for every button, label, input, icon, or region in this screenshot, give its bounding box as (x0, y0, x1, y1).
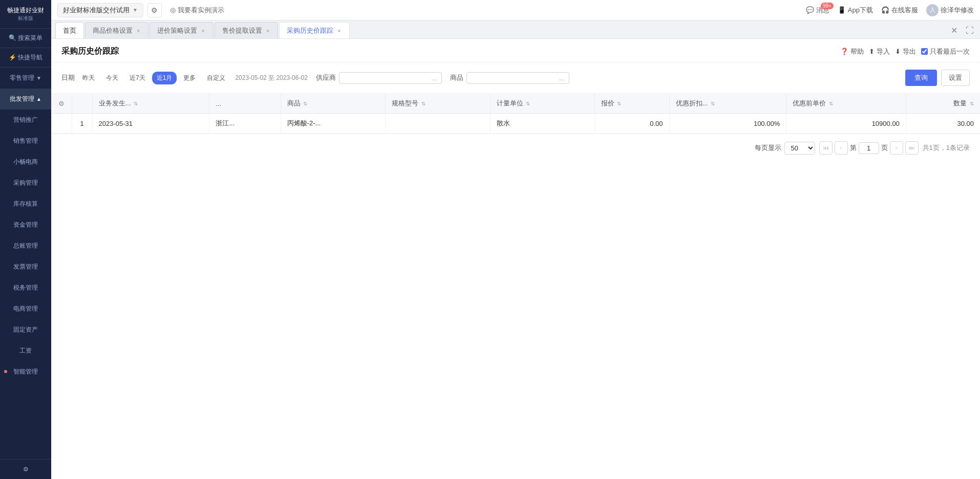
sidebar-item-wholesale[interactable]: 批发管理▲ (0, 89, 51, 110)
page-actions: ❓ 帮助 ⬆ 导入 ⬇ 导出 只看最后一次 (840, 47, 970, 56)
settings-btn[interactable]: 设置 (941, 70, 970, 86)
tab-label: 首页 (63, 26, 76, 35)
table-row[interactable]: 12023-05-31浙江...丙烯酸-2-...散水0.00100.00%10… (51, 114, 980, 134)
product-input-wrap[interactable]: ... (466, 72, 569, 84)
th-date[interactable]: 业务发生... ⇅ (92, 94, 209, 114)
th-product[interactable]: 商品 ⇅ (281, 94, 386, 114)
logo-sub: 标准版 (4, 15, 47, 22)
date-btn-last7[interactable]: 近7天 (125, 72, 150, 84)
main-content: 好业财标准版交付试用 ▼ ⚙ ◎ 我要看实例演示 💬 消息 99+ 📱 App下… (51, 0, 980, 479)
close-tab-icon[interactable]: ✕ (949, 25, 960, 36)
version-selector[interactable]: 好业财标准版交付试用 ▼ (57, 3, 143, 17)
sidebar-item-sales[interactable]: 销售管理 (0, 130, 51, 151)
page-number-input[interactable] (859, 142, 879, 154)
sidebar-item-marketing[interactable]: 营销推广 (0, 110, 51, 130)
th-spec[interactable]: 规格型号 ⇅ (386, 94, 490, 114)
sidebar-item-label: 销售管理 (13, 137, 38, 145)
demo-btn[interactable]: ◎ 我要看实例演示 (166, 4, 228, 17)
tab-close-icon[interactable]: × (136, 27, 141, 34)
tab-close-icon[interactable]: × (200, 27, 205, 34)
topbar: 好业财标准版交付试用 ▼ ⚙ ◎ 我要看实例演示 💬 消息 99+ 📱 App下… (51, 0, 980, 20)
th-price[interactable]: 报价 ⇅ (594, 94, 669, 114)
sidebar-item-inventory[interactable]: 库存核算 (0, 193, 51, 214)
next-page-btn[interactable]: › (890, 141, 903, 155)
sort-icon: ⇅ (421, 101, 425, 106)
sidebar-item-tax[interactable]: 税务管理 (0, 277, 51, 298)
sidebar-logo[interactable]: 畅捷通好业财 标准版 (0, 0, 51, 29)
sort-icon: ⇅ (617, 101, 621, 106)
sidebar-item-label: 零售管理 (10, 74, 34, 82)
supplier-input-wrap[interactable]: ... (339, 72, 442, 84)
sidebar-settings[interactable]: ⚙ (0, 459, 51, 479)
sidebar-search[interactable]: 🔍 搜索菜单 (0, 29, 51, 48)
sidebar-item-ledger[interactable]: 总账管理 (0, 235, 51, 256)
page-suffix: 页 (881, 143, 888, 153)
last-page-btn[interactable]: ⏭ (905, 141, 919, 155)
td-discount: 100.00% (669, 114, 786, 134)
table-header-row: ⚙ 业务发生... ⇅ ... 商品 ⇅ 规格型号 ⇅ 计量单位 ⇅ 报价 ⇅ … (51, 94, 980, 114)
sidebar-item-ecom[interactable]: 电商管理 (0, 298, 51, 319)
th-pre-discount-price[interactable]: 优惠前单价 ⇅ (786, 94, 906, 114)
date-btn-today[interactable]: 今天 (101, 72, 123, 84)
date-btn-yesterday[interactable]: 昨天 (78, 72, 99, 84)
message-btn[interactable]: 💬 消息 99+ (806, 6, 829, 15)
product-filter-group: 商品 ... (450, 72, 569, 84)
sidebar-item-label: 发票管理 (13, 263, 38, 271)
topbar-gear-btn[interactable]: ⚙ (147, 3, 162, 17)
topbar-right: 💬 消息 99+ 📱 App下载 🎧 在线客服 人 徐泽华修改 (806, 4, 974, 16)
tab-close-icon[interactable]: × (336, 27, 342, 34)
page-nav: ⏮ ‹ 第 页 › ⏭ (819, 141, 919, 155)
expand-tab-icon[interactable]: ⛶ (964, 25, 976, 36)
date-btn-custom[interactable]: 自定义 (202, 72, 230, 84)
sidebar-item-salary[interactable]: 工资 (0, 340, 51, 361)
sidebar-item-label: 智能管理 (13, 367, 38, 376)
export-btn[interactable]: ⬇ 导出 (895, 47, 916, 56)
import-btn[interactable]: ⬆ 导入 (869, 47, 890, 56)
query-btn[interactable]: 查询 (905, 70, 937, 86)
online-service-btn[interactable]: 🎧 在线客服 (881, 6, 918, 15)
sort-icon: ⇅ (134, 101, 138, 106)
date-btn-last1m[interactable]: 近1月 (152, 72, 177, 84)
th-quantity[interactable]: 数量 ⇅ (906, 94, 980, 114)
th-gear[interactable]: ⚙ (51, 94, 72, 114)
username-label: 徐泽华修改 (941, 6, 974, 15)
tabbar-controls: ✕ ⛶ (949, 25, 976, 38)
product-input[interactable] (471, 74, 557, 82)
supplier-input[interactable] (344, 74, 430, 82)
supplier-filter-group: 供应商 ... (316, 72, 442, 84)
sidebar-item-finance[interactable]: 资金管理 (0, 214, 51, 235)
only-last-checkbox[interactable] (921, 48, 928, 55)
prev-page-btn[interactable]: ‹ (835, 141, 848, 155)
export-icon: ⬇ (895, 48, 901, 55)
help-btn[interactable]: ❓ 帮助 (840, 47, 864, 56)
sidebar-item-ecom-small[interactable]: 小畅电商 (0, 151, 51, 172)
sidebar-item-invoice[interactable]: 发票管理 (0, 256, 51, 277)
sidebar-item-retail[interactable]: 零售管理▼ (0, 68, 51, 89)
sidebar-item-assets[interactable]: 固定资产 (0, 319, 51, 340)
sidebar-item-purchase[interactable]: 采购管理 (0, 172, 51, 193)
th-index (72, 94, 92, 114)
sidebar-item-smart[interactable]: 智能管理 (0, 361, 51, 382)
app-download-btn[interactable]: 📱 App下载 (838, 6, 873, 15)
date-filter: 昨天今天近7天近1月更多自定义 (78, 72, 230, 84)
tab-history-price[interactable]: 采购历史价跟踪× (279, 22, 349, 38)
product-more-icon[interactable]: ... (559, 74, 565, 82)
tab-price[interactable]: 商品价格设置× (85, 22, 148, 38)
th-unit[interactable]: 计量单位 ⇅ (490, 94, 594, 114)
tab-home[interactable]: 首页 (55, 22, 84, 38)
th-more[interactable]: ... (209, 94, 281, 114)
tab-close-icon[interactable]: × (265, 27, 270, 34)
tab-sale-extract[interactable]: 售价提取设置× (215, 22, 278, 38)
date-btn-more[interactable]: 更多 (179, 72, 200, 84)
user-info[interactable]: 人 徐泽华修改 (926, 4, 974, 16)
first-page-btn[interactable]: ⏮ (819, 141, 833, 155)
sidebar-quicknav[interactable]: ⚡ 快捷导航 (0, 48, 51, 68)
td-product: 丙烯酸-2-... (281, 114, 386, 134)
per-page-select[interactable]: 2050100200 (784, 142, 815, 155)
th-discount[interactable]: 优惠折扣... ⇅ (669, 94, 786, 114)
supplier-more-icon[interactable]: ... (432, 74, 437, 82)
phone-icon: 📱 (838, 6, 846, 14)
tab-strategy[interactable]: 进价策略设置× (150, 22, 213, 38)
sidebar-item-label: 工资 (19, 346, 32, 355)
only-last-checkbox-wrap[interactable]: 只看最后一次 (921, 47, 970, 56)
